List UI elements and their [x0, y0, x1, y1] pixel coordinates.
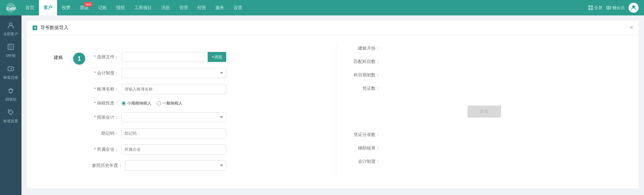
build-month-row: 建账月份： — [350, 45, 618, 51]
sidebar-label-zero-declare: 0申报 — [6, 53, 15, 58]
fullscreen-button[interactable]: 全屏 — [588, 5, 602, 11]
history-year-select[interactable] — [125, 160, 226, 171]
file-input-group: +浏览 — [121, 52, 226, 62]
ledger-name-input[interactable] — [121, 84, 226, 94]
sidebar-label-account-migrate: 账套迁移 — [3, 75, 18, 80]
panel-header: 导爷数据导入 — [27, 21, 639, 35]
match-subject-label: 匹配科目数： — [350, 59, 380, 65]
build-month-label: 建账月份： — [350, 45, 380, 51]
file-input[interactable] — [121, 52, 208, 62]
tax-small-radio[interactable] — [121, 101, 126, 106]
nav-item-operation[interactable]: 经营 — [193, 0, 211, 15]
svg-point-8 — [632, 5, 635, 8]
sidebar-item-zero-declare[interactable]: 0申报 — [1, 41, 21, 61]
nav-item-home[interactable]: 首页 — [21, 0, 39, 15]
accountant-select[interactable] — [121, 112, 226, 122]
subject-init-label: 科目期初数： — [350, 72, 380, 78]
nav-right-controls: 全屏 畅会员 — [588, 3, 639, 13]
svg-rect-5 — [591, 8, 593, 10]
file-row: * 选择文件： +浏览 — [92, 52, 226, 62]
auxiliary-row: 辅助核算： — [350, 145, 618, 151]
step-section: 建账 1 * 选择文件： +浏览 * 会计 — [27, 45, 336, 177]
accounting-system-select[interactable] — [121, 68, 226, 78]
member-label: 畅会员 — [612, 5, 625, 11]
all-clients-icon — [7, 21, 14, 30]
right-info-section: 建账月份： 匹配科目数： 科目期初数： 凭证数： — [336, 45, 639, 177]
form-section: * 选择文件： +浏览 * 会计制度： — [92, 52, 226, 171]
zero-declare-icon — [7, 43, 14, 52]
build-account-button[interactable]: 建账 — [467, 106, 501, 118]
sidebar-label-tag-settings: 标签设置 — [3, 119, 18, 124]
nav-item-message[interactable]: 消息 — [156, 0, 175, 15]
tax-small-option[interactable]: 小规模纳税人 — [121, 101, 151, 106]
memo-code-row: 助记码： — [92, 128, 226, 138]
tag-settings-icon — [7, 109, 14, 118]
tax-general-label: 一般纳税人 — [162, 101, 183, 106]
sidebar-label-all-clients: 全部客户 — [3, 31, 18, 37]
recycle-icon — [7, 87, 14, 96]
right-accounting-system-row: 会计制度： — [350, 158, 618, 165]
voucher-row: 凭证数： — [350, 85, 618, 91]
match-subject-row: 匹配科目数： — [350, 59, 618, 65]
nav-item-bizproject[interactable]: 工商项目 — [130, 0, 156, 15]
nav-items: 首页 客户 收费 票据 new 记账 报税 工商项目 消息 管理 经营 服务 设… — [21, 0, 588, 15]
top-navigation: EaRP 首页 客户 收费 票据 new 记账 报税 工商项目 消息 管理 经营… — [0, 0, 644, 15]
auxiliary-label: 辅助核算： — [350, 145, 380, 151]
nav-item-bookkeeping[interactable]: 记账 — [93, 0, 111, 15]
svg-point-7 — [608, 7, 609, 8]
nav-item-fee[interactable]: 收费 — [57, 0, 75, 15]
sidebar: 全部客户 0申报 账套迁移 回收站 标签设置 — [0, 15, 21, 195]
voucher-entries-row: 凭证分录数： — [350, 132, 618, 138]
file-label: * 选择文件： — [92, 54, 119, 60]
sidebar-item-tag-settings[interactable]: 标签设置 — [1, 106, 21, 126]
build-btn-row: 建账 — [350, 99, 618, 124]
user-avatar[interactable] — [629, 3, 639, 13]
import-panel: 导爷数据导入 × 建账 1 * 选择文件： +浏览 — [27, 21, 639, 188]
panel-close-button[interactable]: × — [630, 24, 633, 31]
account-migrate-icon — [7, 65, 14, 74]
sidebar-label-recycle: 回收站 — [5, 97, 16, 102]
nav-item-bill[interactable]: 票据 new — [75, 0, 93, 15]
sidebar-item-recycle[interactable]: 回收站 — [1, 84, 21, 105]
voucher-entries-label: 凭证分录数： — [350, 132, 380, 138]
panel-body: 建账 1 * 选择文件： +浏览 * 会计 — [27, 35, 639, 187]
step-circle: 1 — [73, 53, 85, 65]
memo-code-label: 助记码： — [92, 130, 119, 136]
history-year-row: 参照历史年度： — [92, 160, 226, 171]
svg-text:EaRP: EaRP — [7, 7, 16, 11]
sidebar-item-all-clients[interactable]: 全部客户 — [1, 19, 21, 39]
svg-rect-2 — [589, 6, 590, 7]
step-label: 建账 — [54, 55, 63, 61]
nav-item-manage[interactable]: 管理 — [175, 0, 193, 15]
panel-title: 导爷数据导入 — [40, 25, 68, 31]
subject-init-row: 科目期初数： — [350, 72, 618, 78]
svg-point-9 — [9, 23, 12, 25]
tax-type-radio-group: 小规模纳税人 一般纳税人 — [121, 101, 226, 106]
logo: EaRP — [3, 0, 18, 15]
svg-rect-3 — [591, 6, 593, 7]
voucher-label: 凭证数： — [350, 85, 380, 91]
tax-general-radio[interactable] — [157, 101, 161, 106]
fullscreen-label: 全屏 — [594, 5, 602, 11]
right-accounting-system-label: 会计制度： — [350, 158, 380, 165]
nav-item-tax[interactable]: 报税 — [111, 0, 130, 15]
ledger-name-label: * 账簿名称： — [92, 86, 119, 92]
company-row: * 所属企业： — [92, 144, 226, 154]
history-year-label: 参照历史年度： — [92, 162, 122, 169]
company-label: * 所属企业： — [92, 146, 119, 152]
nav-item-service[interactable]: 服务 — [211, 0, 229, 15]
tax-small-label: 小规模纳税人 — [127, 101, 151, 106]
accountant-label: * 指派会计： — [92, 114, 119, 120]
tax-general-option[interactable]: 一般纳税人 — [157, 101, 183, 106]
accountant-row: * 指派会计： — [92, 112, 226, 122]
sidebar-item-account-migrate[interactable]: 账套迁移 — [1, 62, 21, 83]
nav-item-client[interactable]: 客户 — [39, 0, 57, 15]
company-input[interactable] — [121, 144, 226, 154]
member-button[interactable]: 畅会员 — [606, 5, 625, 11]
memo-code-input[interactable] — [121, 128, 226, 138]
ledger-name-row: * 账簿名称： — [92, 84, 226, 94]
browse-button[interactable]: +浏览 — [208, 52, 226, 62]
accounting-system-row: * 会计制度： — [92, 68, 226, 78]
svg-rect-4 — [589, 8, 590, 10]
nav-item-settings[interactable]: 设置 — [229, 0, 247, 15]
